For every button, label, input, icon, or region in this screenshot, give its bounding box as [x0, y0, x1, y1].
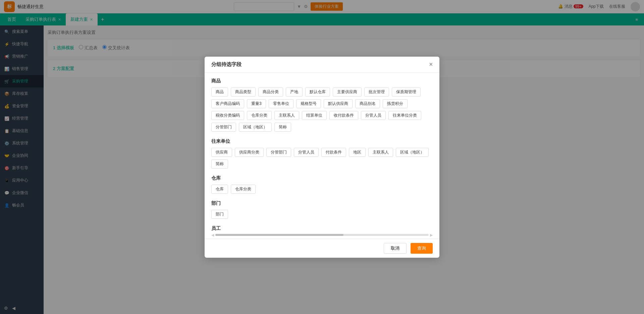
field-partner-supervisor[interactable]: 分管人员 — [294, 148, 319, 157]
field-spec-model[interactable]: 规格型号 — [296, 99, 321, 108]
section-warehouse-title: 仓库 — [211, 175, 433, 181]
section-product-fields: 商品 商品类型 商品分类 产地 默认仓库 主要供应商 批次管理 保质期管理 客户… — [211, 87, 433, 132]
section-department-title: 部门 — [211, 200, 433, 206]
field-select-modal: 分组待选字段 × 商品 商品 商品类型 商品分类 产地 默认仓库 主要供应商 批… — [205, 57, 439, 258]
field-weight3[interactable]: 重量3 — [247, 99, 266, 108]
scroll-right-icon[interactable]: ▶ — [430, 233, 433, 237]
field-warehouse-cat[interactable]: 仓库分类 — [231, 185, 256, 194]
section-product-title: 商品 — [211, 78, 433, 84]
field-default-warehouse[interactable]: 默认仓库 — [305, 87, 330, 97]
confirm-button[interactable]: 查询 — [411, 243, 433, 254]
field-product-category[interactable]: 商品分类 — [258, 87, 283, 97]
field-supplier-category[interactable]: 供应商分类 — [235, 148, 264, 157]
field-payment-condition[interactable]: 付款条件 — [321, 148, 346, 157]
field-main-contact[interactable]: 主联系人 — [274, 111, 299, 120]
field-region[interactable]: 区域（地区） — [239, 123, 272, 132]
field-customer-code[interactable]: 客户商品编码 — [211, 99, 244, 108]
field-pick-points[interactable]: 拣货积分 — [383, 99, 408, 108]
field-product-alias[interactable]: 商品别名 — [355, 99, 380, 108]
modal-title: 分组待选字段 — [211, 61, 241, 68]
section-product: 商品 商品 商品类型 商品分类 产地 默认仓库 主要供应商 批次管理 保质期管理… — [211, 78, 433, 132]
section-partner-fields: 供应商 供应商分类 分管部门 分管人员 付款条件 地区 主联系人 区域（地区） … — [211, 148, 433, 169]
field-partner-contact[interactable]: 主联系人 — [368, 148, 393, 157]
hscrollbar[interactable] — [215, 234, 429, 236]
cancel-button[interactable]: 取消 — [384, 243, 407, 254]
modal-overlay: 分组待选字段 × 商品 商品 商品类型 商品分类 产地 默认仓库 主要供应商 批… — [0, 0, 644, 314]
field-product-type[interactable]: 商品类型 — [231, 87, 256, 97]
modal-footer: 取消 查询 — [205, 239, 439, 258]
field-area[interactable]: 地区 — [349, 148, 366, 157]
field-partner-category[interactable]: 往来单位分类 — [388, 111, 421, 120]
field-warehouse[interactable]: 仓库 — [211, 185, 228, 194]
modal-hscrollbar-area: ◀ ▶ — [205, 232, 439, 239]
field-department[interactable]: 部门 — [211, 210, 228, 219]
field-batch-management[interactable]: 批次管理 — [364, 87, 389, 97]
section-department: 部门 部门 — [211, 200, 433, 219]
field-payment-terms[interactable]: 收付款条件 — [329, 111, 358, 120]
field-partner-shortname[interactable]: 简称 — [211, 160, 228, 169]
section-warehouse: 仓库 仓库 仓库分类 — [211, 175, 433, 194]
field-warehouse-category[interactable]: 仓库分类 — [247, 111, 272, 120]
field-main-supplier[interactable]: 主要供应商 — [333, 87, 362, 97]
section-partner: 往来单位 供应商 供应商分类 分管部门 分管人员 付款条件 地区 主联系人 区域… — [211, 138, 433, 169]
field-tax-code[interactable]: 税收分类编码 — [211, 111, 244, 120]
field-product[interactable]: 商品 — [211, 87, 228, 97]
field-retail-unit[interactable]: 零售单位 — [269, 99, 293, 108]
field-dept[interactable]: 分管部门 — [211, 123, 236, 132]
field-partner-dept[interactable]: 分管部门 — [266, 148, 291, 157]
section-partner-title: 往来单位 — [211, 138, 433, 144]
scroll-left-icon[interactable]: ◀ — [211, 233, 214, 237]
modal-header: 分组待选字段 × — [205, 57, 439, 73]
section-employee-title: 员工 — [211, 226, 433, 232]
field-supplier[interactable]: 供应商 — [211, 148, 232, 157]
field-supervisor[interactable]: 分管人员 — [361, 111, 386, 120]
field-origin[interactable]: 产地 — [286, 87, 303, 97]
field-default-supplier[interactable]: 默认供应商 — [324, 99, 353, 108]
section-department-fields: 部门 — [211, 210, 433, 219]
field-shelf-life[interactable]: 保质期管理 — [392, 87, 421, 97]
field-partner-region[interactable]: 区域（地区） — [396, 148, 429, 157]
modal-close-btn[interactable]: × — [429, 61, 433, 67]
field-short-name[interactable]: 简称 — [274, 123, 291, 132]
modal-body: 商品 商品 商品类型 商品分类 产地 默认仓库 主要供应商 批次管理 保质期管理… — [205, 73, 439, 232]
section-warehouse-fields: 仓库 仓库分类 — [211, 185, 433, 194]
section-employee: 员工 业务员 — [211, 226, 433, 232]
field-settlement-unit[interactable]: 结算单位 — [302, 111, 327, 120]
